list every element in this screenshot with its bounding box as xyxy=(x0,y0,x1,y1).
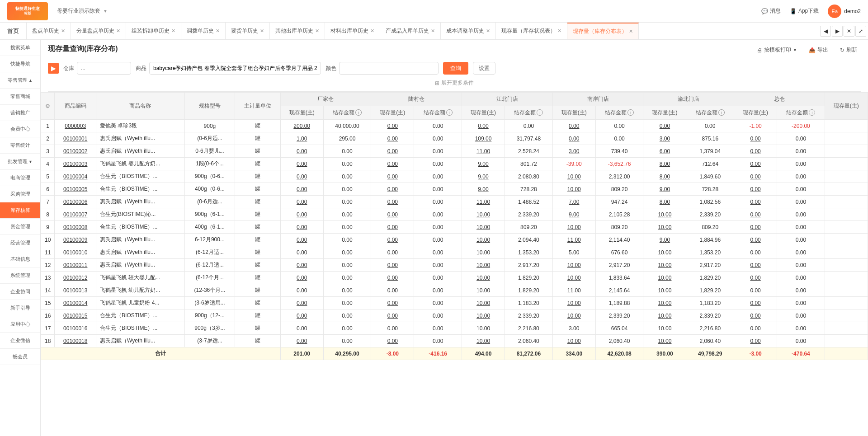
industry-selector[interactable]: 母婴行业演示陈套 ▼ xyxy=(57,7,108,15)
sidebar-item-ecommerce[interactable]: 电商管理 xyxy=(0,170,40,186)
column-settings-icon[interactable]: ⚙ xyxy=(45,103,50,109)
cell-yb-qty: 3.00 xyxy=(643,132,686,145)
cell-yb-qty: 8.00 xyxy=(643,170,686,183)
message-btn[interactable]: 💬 消息 xyxy=(761,7,781,15)
cell-code: 00100014 xyxy=(55,297,96,309)
close-icon-1[interactable]: ✕ xyxy=(116,28,120,34)
sidebar-item-search[interactable]: 搜索英单 xyxy=(0,40,40,56)
warehouse-input[interactable] xyxy=(77,62,131,75)
cell-code: 00100012 xyxy=(55,272,96,284)
sidebar-item-collab[interactable]: 企业协同 xyxy=(0,284,40,300)
nav-tab-8[interactable]: 成本调整单历史 ✕ xyxy=(441,23,496,40)
cell-unit: 罐 xyxy=(235,284,280,297)
nav-home[interactable]: 首页 xyxy=(0,23,27,40)
jb-amt-info-icon[interactable]: i xyxy=(537,109,543,116)
table-row: 6 00100005 合生元（BIOSTIME）... 400g（0-6... … xyxy=(41,183,868,196)
sidebar-item-purchase[interactable]: 采购管理 xyxy=(0,186,40,202)
cell-zc-qty: 0.00 xyxy=(734,132,777,145)
lc-amt-info-icon[interactable]: i xyxy=(446,109,453,116)
cell-idx: 17 xyxy=(41,322,55,335)
sidebar-item-retail-mgmt[interactable]: 零售管理 ▲ xyxy=(0,72,40,89)
sidebar-item-marketing[interactable]: 营销推广 xyxy=(0,105,40,121)
sidebar-item-vip[interactable]: 畅会员 xyxy=(0,349,40,365)
sidebar-item-retail-mall[interactable]: 零售商城 xyxy=(0,89,40,105)
sidebar-item-basic-info[interactable]: 基础信息 xyxy=(0,251,40,267)
cell-lc-amt: 0.00 xyxy=(414,322,462,335)
color-input[interactable] xyxy=(339,62,439,75)
table-container: ⚙ 商品编码 商品名称 规格型号 主计量单位 厂家仓 陆村仓 江北门店 南岸门店… xyxy=(41,92,868,436)
close-icon-8[interactable]: ✕ xyxy=(486,28,490,34)
nav-tab-2[interactable]: 组装拆卸单历史 ✕ xyxy=(126,23,181,40)
cell-na-amt: 1,833.64 xyxy=(595,272,643,284)
cell-cj-amt: 0.00 xyxy=(323,183,371,196)
yb-amt-info-icon[interactable]: i xyxy=(718,109,725,116)
nav-tab-1[interactable]: 分量盘点单历史 ✕ xyxy=(71,23,126,40)
main-layout: 搜索英单 快捷导航 零售管理 ▲ 零售商城 营销推广 会员中心 零售统计 批发管… xyxy=(0,40,868,436)
cell-jb-amt: 801.72 xyxy=(505,158,553,170)
cell-na-qty: -39.00 xyxy=(552,158,595,170)
nav-tab-7[interactable]: 产成品入库单历史 ✕ xyxy=(380,23,441,40)
cell-unit: 罐 xyxy=(235,158,280,170)
cell-jb-amt: 1,183.20 xyxy=(505,297,553,309)
cell-jb-qty: 109.00 xyxy=(462,132,505,145)
nav-tab-10[interactable]: 现存量（库存分布表） ✕ xyxy=(567,23,639,40)
close-icon-5[interactable]: ✕ xyxy=(315,28,319,34)
cell-lc-qty: 0.00 xyxy=(371,196,414,208)
close-icon-0[interactable]: ✕ xyxy=(61,28,65,34)
cell-curr-qty xyxy=(825,234,868,246)
close-icon-9[interactable]: ✕ xyxy=(557,28,561,34)
nav-next-btn[interactable]: ▶ xyxy=(832,26,843,37)
sidebar-item-retail-stats[interactable]: 零售统计 xyxy=(0,137,40,154)
nav-expand-btn[interactable]: ⤢ xyxy=(855,26,866,37)
na-amt-info-icon[interactable]: i xyxy=(627,109,634,116)
settings-btn[interactable]: 设置 xyxy=(473,62,495,75)
cell-yb-qty: 6.00 xyxy=(643,145,686,158)
sidebar-item-operations[interactable]: 经营管理 xyxy=(0,235,40,251)
user-menu[interactable]: Ea demo2 xyxy=(828,5,861,18)
cell-yb-amt: 2,339.20 xyxy=(686,309,734,322)
cell-yb-amt: 1,082.56 xyxy=(686,196,734,208)
close-icon-2[interactable]: ✕ xyxy=(171,28,175,34)
nav-tab-5[interactable]: 其他出库单历史 ✕ xyxy=(270,23,325,40)
expand-conditions-btn[interactable]: ⊞ 展开更多条件 xyxy=(48,77,861,89)
export-btn[interactable]: 📤 导出 xyxy=(805,44,832,56)
sidebar-item-member[interactable]: 会员中心 xyxy=(0,121,40,137)
sidebar-item-wholesale[interactable]: 批发管理 ▼ xyxy=(0,154,40,170)
close-icon-7[interactable]: ✕ xyxy=(431,28,435,34)
zc-amt-info-icon[interactable]: i xyxy=(809,109,815,116)
app-download-btn[interactable]: 📱 App下载 xyxy=(790,7,819,15)
cell-cj-amt: 0.00 xyxy=(323,145,371,158)
export-icon: 📤 xyxy=(809,47,816,53)
query-btn[interactable]: 查询 xyxy=(443,62,468,75)
cell-jb-amt: 31,797.48 xyxy=(505,132,553,145)
nav-tab-0[interactable]: 盘点单历史 ✕ xyxy=(27,23,71,40)
sidebar-item-system[interactable]: 系统管理 xyxy=(0,267,40,284)
cell-zc-qty: 0.00 xyxy=(734,259,777,272)
cell-spec: 0-6月婴儿... xyxy=(184,145,235,158)
sidebar-item-app-center[interactable]: 应用中心 xyxy=(0,316,40,333)
sidebar-item-guide[interactable]: 新手引导 xyxy=(0,300,40,316)
nav-prev-btn[interactable]: ◀ xyxy=(820,26,831,37)
print-btn[interactable]: 🖨 按模板打印 ▼ xyxy=(753,44,801,56)
close-icon-4[interactable]: ✕ xyxy=(260,28,264,34)
sidebar-item-nav[interactable]: 快捷导航 xyxy=(0,56,40,72)
nav-close-btn[interactable]: ✕ xyxy=(844,26,854,37)
sidebar-item-finance[interactable]: 资金管理 xyxy=(0,219,40,235)
cell-cj-amt: 0.00 xyxy=(323,158,371,170)
nav-tab-6[interactable]: 材料出库单历史 ✕ xyxy=(325,23,380,40)
cell-code: 00100009 xyxy=(55,234,96,246)
table-row: 8 00100007 合生元(BIOSTIME)沁... 900g（6-1...… xyxy=(41,208,868,221)
nav-tab-4[interactable]: 要货单历史 ✕ xyxy=(226,23,270,40)
nav-tab-9[interactable]: 现存量（库存状况表） ✕ xyxy=(496,23,567,40)
close-icon-10[interactable]: ✕ xyxy=(629,28,633,34)
sidebar-item-inventory[interactable]: 库存核算 xyxy=(0,202,40,219)
search-expand-btn[interactable]: ▶ xyxy=(48,63,59,74)
goods-input[interactable] xyxy=(149,62,321,75)
nav-tab-3[interactable]: 调拨单历史 ✕ xyxy=(181,23,226,40)
sidebar-item-wechat[interactable]: 企业微信 xyxy=(0,333,40,349)
close-icon-6[interactable]: ✕ xyxy=(370,28,374,34)
cj-amt-info-icon[interactable]: i xyxy=(355,109,362,116)
cell-yb-amt: 1,183.20 xyxy=(686,297,734,309)
refresh-btn[interactable]: ↻ 刷新 xyxy=(836,44,861,56)
close-icon-3[interactable]: ✕ xyxy=(216,28,220,34)
